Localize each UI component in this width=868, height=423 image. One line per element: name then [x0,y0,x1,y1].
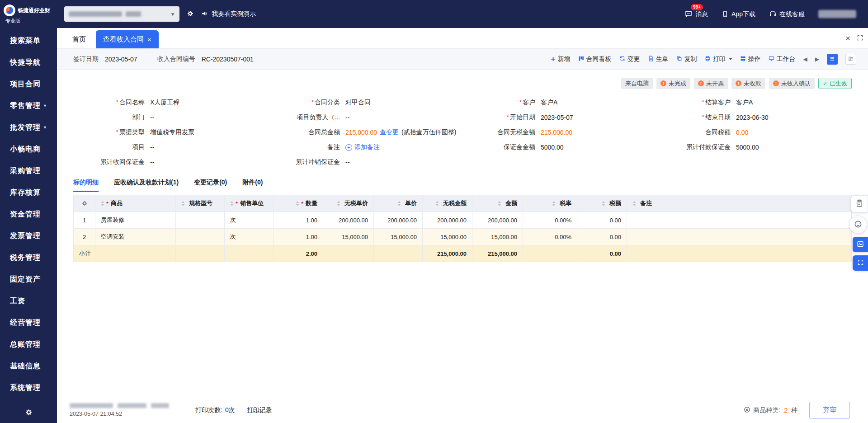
sort-icon[interactable] [296,201,300,207]
reject-approval-button[interactable]: 弃审 [809,402,850,419]
actions-button[interactable]: 操作 [740,55,761,63]
grid-icon [740,56,746,63]
generate-order-button[interactable]: 生单 [648,55,669,63]
app-download-button[interactable]: App下载 [722,9,755,19]
header-label: 税率 [560,199,571,207]
sidebar-item-retail[interactable]: 零售管理▼ [0,95,57,117]
sort-icon[interactable] [101,201,105,207]
add-button[interactable]: +新增 [551,55,571,63]
sort-icon[interactable] [337,201,341,207]
sidebar-item-wholesale[interactable]: 批发管理▼ [0,117,57,138]
sort-icon[interactable] [181,201,185,207]
sidebar-item-ecommerce[interactable]: 小畅电商 [0,138,57,160]
table-row[interactable]: 2 空调安装 次 1.00 15,000.00 15,000.00 15,000… [74,229,852,245]
field-label: 合同税额 [705,128,731,136]
redacted-creator-name [70,403,113,408]
copy-button[interactable]: 复制 [676,55,697,63]
sidebar-item-tax[interactable]: 税务管理 [0,247,57,268]
settings-gear-button[interactable] [187,10,194,19]
contract-board-button[interactable]: 合同看板 [578,55,612,63]
expand-widget-button[interactable] [853,255,868,271]
column-settings-header[interactable] [74,195,95,212]
field-value: -- [150,144,154,151]
field-value: X大厦工程 [150,99,179,107]
sidebar-item-quick-nav[interactable]: 快捷导航 [0,52,57,73]
close-all-tabs-icon[interactable]: × [845,33,850,43]
header-tax-rate[interactable]: 税率 [523,195,577,212]
demo-link-label: 我要看实例演示 [212,10,256,18]
field-customer: *客户客户A [464,99,659,107]
header-price[interactable]: 单价 [374,195,423,212]
status-badge-unpaid: !未收款 [731,78,765,89]
cell-amount: 200,000.00 [472,212,523,229]
footer-bar: 2023-05-07 21:04:52 打印次数: 0次 打印记录 商品种类: … [57,397,868,423]
sort-icon[interactable] [632,201,637,207]
sidebar-item-salary[interactable]: 工资 [0,290,57,312]
required-mark: * [311,99,314,106]
messages-button[interactable]: 99+ 消息 [684,9,708,19]
sidebar-item-system[interactable]: 系统管理 [0,377,57,399]
screenshot-widget-button[interactable] [853,237,868,252]
account-set-selector[interactable]: ▼ [64,6,179,22]
sidebar-item-basic-info[interactable]: 基础信息 [0,355,57,377]
demo-link[interactable]: 我要看实例演示 [201,10,256,19]
sidebar-item-project-contract[interactable]: 项目合同 [0,73,57,95]
header-spec[interactable]: 规格型号 [176,195,225,212]
header-note[interactable]: 备注 [627,195,852,212]
header-amount-notax[interactable]: 无税金额 [423,195,472,212]
field-value: 客户A [541,99,557,107]
tab-receivable-plan[interactable]: 应收确认及收款计划(1) [114,179,179,192]
prev-record-icon[interactable]: ◀ [803,56,807,62]
sort-icon[interactable] [397,201,401,207]
sidebar-item-funds[interactable]: 资金管理 [0,203,57,225]
header-amount[interactable]: 金额 [472,195,523,212]
sidebar-settings-button[interactable] [0,403,57,423]
tab-change-records[interactable]: 变更记录(0) [194,179,227,192]
sidebar-item-inventory[interactable]: 库存核算 [0,182,57,203]
header-price-notax[interactable]: 无税单价 [323,195,374,212]
sort-icon[interactable] [602,201,606,207]
required-mark: * [106,200,108,207]
tab-line-items[interactable]: 标的明细 [73,179,99,192]
tab-view-income-contract[interactable]: 查看收入合同 × [96,30,159,48]
sort-icon[interactable] [435,201,439,207]
sidebar-item-purchase[interactable]: 采购管理 [0,160,57,182]
tab-home[interactable]: 首页 [65,30,93,48]
close-icon[interactable]: × [147,36,151,43]
sidebar-item-invoice[interactable]: 发票管理 [0,225,57,247]
print-record-link[interactable]: 打印记录 [247,406,272,414]
copy-label: 复制 [684,55,697,63]
required-mark: * [116,128,118,136]
online-service-button[interactable]: 在线客服 [769,9,805,19]
assistant-widget-button[interactable] [849,216,867,234]
sidebar-item-search-menu[interactable]: 搜索菜单 [0,30,57,52]
field-label: 结算客户 [705,99,731,106]
cell-price [374,245,423,262]
list-view-toggle[interactable] [827,54,838,65]
header-product[interactable]: *商品 [95,195,176,212]
survey-widget-button[interactable] [851,195,868,212]
sort-icon[interactable] [230,201,234,207]
sidebar-item-fixed-assets[interactable]: 固定资产 [0,268,57,290]
change-button[interactable]: 变更 [619,55,640,63]
sort-icon[interactable] [498,201,502,207]
sort-icon[interactable] [552,201,556,207]
table-row[interactable]: 1 房屋装修 次 1.00 200,000.00 200,000.00 200,… [74,212,852,229]
sidebar-item-general-ledger[interactable]: 总账管理 [0,334,57,355]
sidebar-item-business[interactable]: 经营管理 [0,312,57,334]
tab-label: 附件(0) [242,179,263,186]
split-view-toggle[interactable] [845,54,856,65]
add-remark-button[interactable]: +添加备注 [345,143,380,151]
header-tax[interactable]: 税额 [577,195,627,212]
header-unit[interactable]: *销售单位 [225,195,274,212]
next-record-icon[interactable]: ▶ [815,56,819,62]
fullscreen-icon[interactable] [857,34,863,42]
user-avatar[interactable] [818,10,856,18]
print-button[interactable]: 打印 [705,55,732,63]
workbench-button[interactable]: 工作台 [769,55,796,63]
header-qty[interactable]: *数量 [274,195,323,212]
view-change-link[interactable]: 查变更 [380,128,399,136]
tab-attachments[interactable]: 附件(0) [242,179,263,192]
subtotal-tax: 0.00 [577,245,627,262]
required-mark: * [236,200,238,207]
